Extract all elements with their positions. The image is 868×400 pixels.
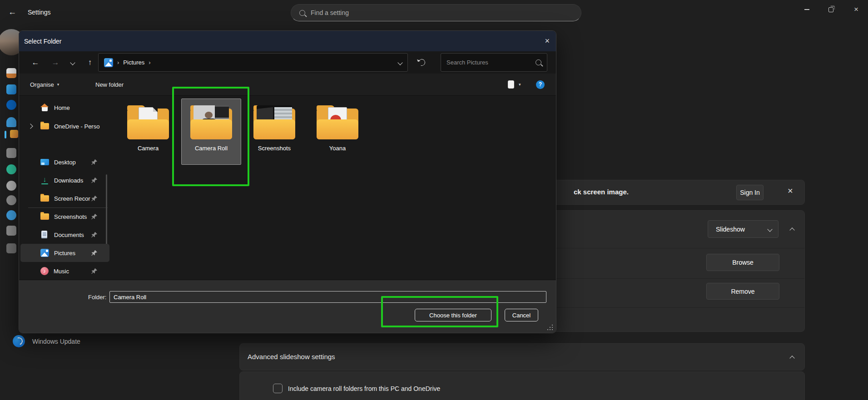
nav-up-button[interactable]: ↑	[81, 51, 99, 74]
home-icon	[40, 104, 49, 112]
sidebar-item-label: Music	[54, 268, 69, 275]
breadcrumb-pictures[interactable]: Pictures	[123, 59, 144, 66]
accounts-nav-icon[interactable]	[6, 164, 16, 174]
up-arrow-icon: ↑	[88, 58, 92, 67]
advanced-slideshow-card[interactable]: Advanced slideshow settings	[239, 343, 805, 370]
search-pictures-input[interactable]: Search Pictures	[441, 53, 547, 72]
gaming-nav-icon[interactable]	[6, 195, 16, 205]
sidebar-item-onedrive[interactable]: OneDrive - Perso	[20, 117, 109, 135]
settings-window: ← Settings Find a setting × Windows Upda…	[0, 0, 868, 400]
windows-update-label: Windows Update	[32, 338, 80, 345]
dropdown-selected-value: Slideshow	[716, 226, 745, 233]
search-icon	[299, 10, 305, 16]
system-nav-icon[interactable]	[6, 84, 16, 94]
collapse-advanced-chevron[interactable]	[789, 356, 794, 360]
camera-roll-option-card: Include camera roll folders from this PC…	[239, 371, 805, 400]
home-nav-icon[interactable]	[6, 68, 16, 78]
browse-label: Browse	[732, 259, 754, 266]
sidebar-item-label: Screen Recor	[54, 195, 90, 202]
recent-locations-button[interactable]	[65, 51, 80, 74]
app-back-button[interactable]: ←	[8, 7, 16, 17]
desktop-icon	[40, 158, 49, 166]
include-camera-roll-checkbox[interactable]	[273, 384, 283, 393]
nav-forward-button[interactable]: →	[46, 51, 64, 74]
nav-back-button[interactable]: ←	[26, 51, 45, 74]
forward-arrow-icon: →	[52, 58, 60, 67]
accessibility-nav-icon[interactable]	[6, 210, 16, 220]
apps-nav-icon[interactable]	[6, 148, 16, 158]
folder-tile-yoana[interactable]: Yoana	[308, 99, 367, 165]
app-titlebar: ← Settings Find a setting ×	[0, 0, 868, 25]
help-button[interactable]: ?	[536, 74, 545, 95]
back-arrow-icon: ←	[8, 7, 16, 16]
restore-icon	[828, 7, 833, 12]
highlight-box-camera-roll	[172, 87, 249, 186]
new-folder-label: New folder	[95, 81, 124, 88]
folder-tile-screenshots[interactable]: Screenshots	[244, 99, 304, 165]
address-bar[interactable]: › Pictures ›	[98, 53, 408, 72]
include-camera-roll-label: Include camera roll folders from this PC…	[288, 385, 440, 392]
minimize-button[interactable]	[796, 0, 817, 19]
background-type-dropdown[interactable]: Slideshow	[708, 220, 779, 238]
advanced-slideshow-title: Advanced slideshow settings	[248, 353, 335, 360]
sidebar-item-screen-recordings[interactable]: Screen Recor	[20, 189, 109, 207]
time-language-nav-icon[interactable]	[6, 181, 16, 191]
sidebar-item-screenshots[interactable]: Screenshots	[20, 207, 109, 226]
refresh-icon	[417, 58, 426, 67]
remove-button[interactable]: Remove	[706, 283, 779, 300]
settings-search-placeholder: Find a setting	[311, 9, 349, 16]
pictures-icon	[40, 249, 49, 257]
sign-in-button[interactable]: Sign In	[736, 185, 764, 200]
pin-icon	[91, 159, 98, 165]
windows-update-icon	[13, 335, 25, 347]
sidebar-item-downloads[interactable]: ↓ Downloads	[20, 171, 109, 189]
organise-label: Organise	[30, 81, 54, 88]
settings-search-input[interactable]: Find a setting	[291, 4, 581, 21]
sidebar-item-music[interactable]: ♪ Music	[20, 262, 109, 280]
minimize-icon	[804, 9, 809, 10]
dialog-sidebar: Home OneDrive - Perso Desktop ↓ Download…	[19, 96, 110, 281]
cancel-label: Cancel	[512, 312, 531, 319]
expand-chevron-icon[interactable]	[28, 123, 33, 128]
dialog-close-button[interactable]: ×	[545, 36, 550, 46]
chevron-down-icon	[767, 227, 772, 232]
folder-field-label: Folder:	[88, 294, 106, 301]
folder-name: Yoana	[329, 145, 346, 152]
collapse-section-chevron[interactable]	[789, 227, 794, 232]
view-options-button[interactable]: ▾	[508, 74, 521, 95]
organise-menu-button[interactable]: Organise ▾	[30, 74, 59, 95]
sidebar-item-label: OneDrive - Perso	[54, 123, 99, 130]
sidebar-item-pictures[interactable]: Pictures	[20, 244, 109, 262]
address-dropdown-chevron[interactable]	[397, 60, 402, 65]
pin-icon	[91, 268, 98, 274]
resize-grip[interactable]	[547, 325, 553, 330]
cancel-button[interactable]: Cancel	[505, 309, 538, 321]
pin-icon	[91, 177, 98, 183]
folder-icon	[124, 104, 172, 142]
dialog-titlebar[interactable]: Select Folder ×	[19, 31, 556, 51]
chevron-down-icon	[70, 60, 75, 65]
music-icon: ♪	[40, 267, 49, 275]
dialog-nav-row: ← → ↑ › Pictures › Search Pictures	[19, 51, 556, 74]
close-window-button[interactable]: ×	[846, 0, 867, 19]
bluetooth-nav-icon[interactable]	[6, 100, 16, 110]
help-icon: ?	[536, 80, 545, 89]
sidebar-item-windows-update[interactable]: Windows Update	[13, 335, 80, 347]
pin-icon	[91, 232, 98, 238]
personalisation-nav-icon[interactable]	[10, 130, 18, 138]
restore-button[interactable]	[820, 0, 841, 19]
refresh-button[interactable]	[412, 51, 431, 74]
new-folder-button[interactable]: New folder	[95, 74, 124, 95]
dismiss-banner-button[interactable]: ×	[788, 186, 793, 196]
sidebar-item-documents[interactable]: Documents	[20, 226, 109, 244]
sidebar-item-home[interactable]: Home	[20, 99, 109, 117]
extra-nav-icon[interactable]	[6, 243, 16, 253]
sidebar-item-desktop[interactable]: Desktop	[20, 153, 109, 171]
dialog-toolbar: Organise ▾ New folder ▾ ?	[19, 74, 556, 96]
network-nav-icon[interactable]	[6, 117, 16, 127]
browse-button[interactable]: Browse	[706, 254, 779, 271]
folder-tile-camera[interactable]: Camera	[118, 99, 178, 165]
breadcrumb-separator: ›	[117, 59, 119, 66]
privacy-nav-icon[interactable]	[6, 226, 16, 236]
caret-down-icon: ▾	[519, 82, 521, 87]
